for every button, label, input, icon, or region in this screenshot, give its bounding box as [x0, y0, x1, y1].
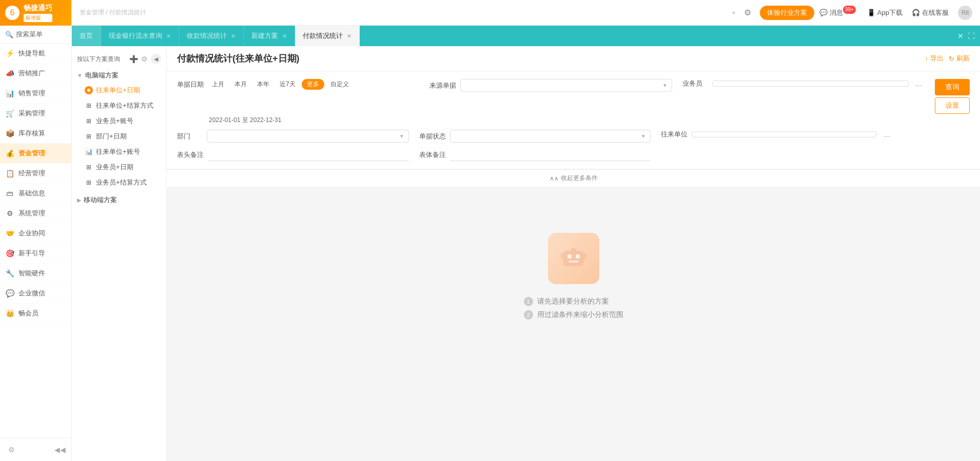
wechat-label: 企业微信	[18, 289, 45, 298]
user-avatar[interactable]: Rit	[958, 6, 972, 20]
trial-btn[interactable]: 体验行业方案	[760, 6, 814, 20]
page-header: 付款情况统计(往来单位+日期) ↑ 导出 ↻ 刷新	[167, 46, 980, 71]
tab-expand-icon[interactable]: ⛶	[968, 32, 975, 40]
sidebar-item-system[interactable]: ⚙ 系统管理	[0, 204, 71, 224]
tab-receipts[interactable]: 收款情况统计 ✕	[179, 26, 244, 46]
sidebar-item-finance[interactable]: 💰 资金管理	[0, 144, 71, 164]
sidebar-settings-icon[interactable]: ⚙	[5, 444, 17, 456]
body-notes-input[interactable]	[450, 149, 651, 161]
sidebar-item-newbie[interactable]: 🎯 新手引导	[0, 244, 71, 264]
date-this-year[interactable]: 本年	[253, 79, 273, 90]
plan-item-partner-date[interactable]: 往来单位+日期	[72, 83, 166, 98]
body-notes-label: 表体备注	[419, 150, 446, 159]
desktop-group-header[interactable]: ▼ 电脑端方案	[72, 68, 166, 83]
plan-item-dept-date-label: 部门+日期	[96, 132, 127, 141]
sidebar-item-purchase[interactable]: 🛒 采购管理	[0, 104, 71, 124]
tab-new-plan[interactable]: 新建方案 ✕	[244, 26, 295, 46]
plan-item-staff-payment[interactable]: ⊞ 业务员+结算方式	[72, 175, 166, 190]
plan-item-partner-payment[interactable]: ⊞ 往来单位+结算方式	[72, 98, 166, 113]
mobile-group-arrow-icon: ▶	[77, 197, 81, 204]
tab-payments-close-icon[interactable]: ✕	[347, 33, 351, 39]
tab-new-plan-close-icon[interactable]: ✕	[282, 33, 287, 39]
app-download-btn[interactable]: 📱 App下载	[867, 8, 903, 17]
empty-robot-icon	[548, 233, 599, 284]
plan-item-staff-date[interactable]: ⊞ 业务员+日期	[72, 159, 166, 175]
plan-item-dept-date[interactable]: ⊞ 部门+日期	[72, 129, 166, 144]
tab-payments[interactable]: 付款情况统计 ✕	[295, 26, 360, 46]
date-range-text: 2022-01-01 至 2022-12-31	[209, 116, 281, 124]
marketing-label: 营销推广	[18, 69, 45, 78]
sidebar-item-marketing[interactable]: 📣 营销推广	[0, 64, 71, 84]
marketing-icon: 📣	[5, 69, 14, 78]
left-panel-title: 按以下方案查询	[77, 55, 120, 64]
collapse-label: 收起更多条件	[561, 174, 598, 183]
plan-item-partner-account[interactable]: 📊 往来单位+账号	[72, 144, 166, 159]
query-btn[interactable]: 查询	[935, 79, 970, 95]
doc-status-select[interactable]: ▾	[450, 130, 651, 143]
system-label: 系统管理	[18, 209, 45, 218]
collapse-arrow-icon: ∧∧	[550, 175, 559, 182]
main-content: 按以下方案查询 ➕ ⚙ ◀ ▼ 电脑端方案 往来单位+日期 ⊞	[72, 46, 980, 461]
sidebar-item-basic-info[interactable]: 🗃 基础信息	[0, 184, 71, 204]
sidebar-item-quick-nav[interactable]: ⚡ 快捷导航	[0, 44, 71, 64]
breadcrumb-text: 资金管理 / 付款情况统计	[80, 8, 146, 17]
plan-item-active-icon	[85, 86, 93, 94]
collapse-bar[interactable]: ∧∧ 收起更多条件	[167, 169, 980, 187]
sidebar-item-enterprise[interactable]: 🤝 企业协同	[0, 224, 71, 244]
date-label: 单据日期	[177, 80, 204, 89]
export-btn[interactable]: ↑ 导出	[925, 54, 944, 63]
add-plan-icon[interactable]: ➕	[129, 55, 138, 63]
tab-close-all-icon[interactable]: ✕	[957, 32, 964, 40]
tab-bank-flow-close-icon[interactable]: ✕	[166, 33, 171, 39]
left-panel-icons: ➕ ⚙ ◀	[129, 54, 161, 64]
header: 资金管理 / 付款情况统计 ▾ ⚙ 体验行业方案 💬 消息 99+ 📱 App下…	[72, 0, 980, 26]
search-menu[interactable]: 🔍 搜索菜单	[0, 26, 71, 44]
left-panel-collapse-btn[interactable]: ◀	[151, 54, 161, 64]
system-icon: ⚙	[5, 209, 14, 218]
date-last-month[interactable]: 上月	[208, 79, 228, 90]
partner-dots[interactable]: ...	[881, 130, 893, 139]
sidebar-item-vip[interactable]: 👑 畅会员	[0, 304, 71, 324]
header-notes-input[interactable]	[208, 149, 409, 161]
service-icon: 🎧	[912, 9, 920, 16]
filter-row-3: 表头备注 表体备注	[177, 149, 970, 161]
app-download-label: App下载	[877, 8, 903, 17]
staff-label: 业务员	[682, 79, 708, 88]
sidebar-item-inventory[interactable]: 📦 库存核算	[0, 124, 71, 144]
date-more[interactable]: 更多	[302, 79, 324, 90]
online-service-btn[interactable]: 🎧 在线客服	[912, 8, 949, 17]
avatar-text: Rit	[962, 9, 969, 16]
app-name: 畅捷通巧	[24, 4, 52, 13]
sidebar-item-operations[interactable]: 📋 经营管理	[0, 164, 71, 184]
tab-home[interactable]: 首页	[72, 26, 101, 46]
refresh-btn[interactable]: ↻ 刷新	[949, 54, 970, 63]
sidebar-item-wechat[interactable]: 💬 企业微信	[0, 284, 71, 304]
sidebar-item-sales[interactable]: 📊 销售管理	[0, 84, 71, 104]
sidebar-item-hardware[interactable]: 🔧 智能硬件	[0, 264, 71, 284]
plan-settings-icon[interactable]: ⚙	[141, 55, 148, 63]
operations-icon: 📋	[5, 169, 14, 178]
plan-item-staff-payment-label: 业务员+结算方式	[96, 178, 147, 187]
dept-select[interactable]: ▾	[207, 130, 409, 143]
svg-rect-5	[561, 253, 563, 259]
partner-select[interactable]	[692, 131, 876, 137]
source-label: 来源单据	[429, 81, 456, 90]
plan-item-staff-account[interactable]: ⊞ 业务员+账号	[72, 113, 166, 129]
filter-dept-field: 部门 ▾	[177, 130, 409, 143]
source-select[interactable]: ▾	[460, 79, 672, 92]
messages-btn[interactable]: 💬 消息 99+	[819, 8, 858, 17]
date-this-month[interactable]: 本月	[230, 79, 251, 90]
query-btns: 查询 设置	[935, 79, 970, 114]
sidebar-collapse-icon[interactable]: ◀◀	[54, 444, 66, 456]
desktop-plan-group: ▼ 电脑端方案 往来单位+日期 ⊞ 往来单位+结算方式 ⊞ 业务员+账号	[72, 68, 166, 190]
tab-bank-flow[interactable]: 现金银行流水查询 ✕	[101, 26, 179, 46]
tab-receipts-close-icon[interactable]: ✕	[231, 33, 236, 39]
mobile-group-header[interactable]: ▶ 移动端方案	[72, 193, 166, 207]
left-panel-header: 按以下方案查询 ➕ ⚙ ◀	[72, 51, 166, 68]
date-custom[interactable]: 自定义	[326, 79, 353, 90]
header-gear-icon[interactable]: ⚙	[740, 6, 755, 20]
staff-select[interactable]	[712, 81, 909, 87]
date-last-7days[interactable]: 近7天	[276, 79, 300, 90]
settings-btn[interactable]: 设置	[935, 97, 970, 114]
staff-dots[interactable]: ...	[913, 79, 925, 88]
